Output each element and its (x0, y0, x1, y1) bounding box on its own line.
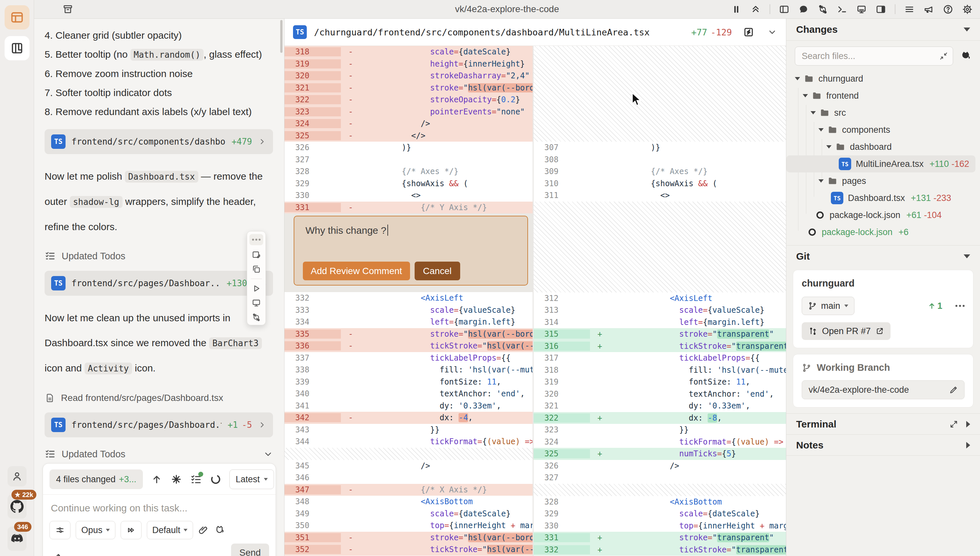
diff-line[interactable]: 338 fill: 'hsl(var(--muted (284, 364, 533, 376)
diff-line[interactable]: 317 tickLabelProps={{ (534, 352, 786, 364)
updated-todos-row[interactable]: Updated Todos (45, 251, 273, 262)
diff-line[interactable]: 334 left={margin.left} (284, 316, 533, 328)
diff-line[interactable]: 322+ dx: -8, (534, 412, 786, 424)
open-pr-button[interactable]: Open PR #7 (802, 322, 891, 340)
rail-kanban-button[interactable] (5, 36, 29, 60)
rail-workspace-active-button[interactable] (5, 5, 29, 29)
commits-ahead[interactable]: 1 (928, 301, 942, 311)
file-edit-chip[interactable]: TSfrontend/src/pages/Dashboar...+130-23 (45, 271, 273, 296)
fast-forward-button[interactable] (121, 521, 142, 539)
diff-line[interactable]: 352- tickStroke="hsl(var(--bo (284, 543, 533, 556)
diff-line[interactable]: 325- </> (284, 130, 533, 142)
diff-line[interactable]: 324 tickFormat={(value) => f (534, 436, 786, 448)
diff-line[interactable]: 328 <AxisBottom (534, 496, 786, 508)
diff-line[interactable]: 313 scale={valueScale} (534, 304, 786, 316)
pause-icon[interactable] (731, 4, 742, 15)
diff-line[interactable]: 341 dy: '0.33em', (284, 400, 533, 412)
diff-line[interactable]: 311 <> (534, 189, 786, 202)
expand-icon[interactable] (949, 420, 958, 429)
diff-line[interactable]: 339 fontSize: 11, (284, 376, 533, 388)
pen-icon[interactable] (52, 551, 63, 556)
rail-account-button[interactable] (8, 466, 27, 486)
diff-line[interactable]: 331+ stroke="transparent" (534, 532, 786, 544)
changes-section-header[interactable]: Changes (786, 19, 980, 40)
more-options-icon[interactable] (956, 305, 965, 307)
working-branch-input[interactable] (809, 385, 949, 395)
terminal-icon[interactable] (837, 4, 848, 15)
file-edit-chip[interactable]: TSfrontend/src/pages/Dashboard.tsx+1-5 (45, 412, 273, 437)
diff-line[interactable]: 340 textAnchor: 'end', (284, 388, 533, 400)
tree-item-dashboard-tsx[interactable]: TSDashboard.tsx+131-233 (786, 189, 980, 207)
files-changed-chip[interactable]: 4 files changed +3... (50, 469, 143, 489)
diff-line[interactable]: 343 }} (284, 424, 533, 436)
collapse-tree-icon[interactable] (939, 52, 948, 61)
diff-line[interactable]: 321 dy: '0.33em', (534, 400, 786, 412)
expand-triangle-icon[interactable] (826, 145, 831, 149)
cat-icon[interactable] (214, 525, 225, 536)
tree-item-churnguard[interactable]: churnguard (786, 70, 980, 87)
diff-line[interactable]: 332 <AxisLeft (284, 292, 533, 304)
diff-line[interactable]: 309 {/* Axes */} (534, 166, 786, 178)
edit-snapshot-icon[interactable] (251, 250, 261, 260)
edit-pencil-icon[interactable] (949, 385, 958, 395)
composer-input[interactable]: Continue working on this task... (43, 495, 276, 520)
diff-line[interactable]: 345 /> (284, 460, 533, 472)
diff-line[interactable]: 327 (534, 472, 786, 484)
notes-section-header[interactable]: Notes (786, 435, 980, 455)
tree-item-frontend[interactable]: frontend (786, 87, 980, 104)
diff-line[interactable]: 346 (284, 472, 533, 484)
expand-triangle-icon[interactable] (795, 77, 800, 80)
chevrons-up-icon[interactable] (750, 4, 761, 15)
diff-line[interactable]: 319 fontSize: 11, (534, 376, 786, 388)
expand-triangle-icon[interactable] (810, 111, 816, 115)
diff-line[interactable]: 316+ tickStroke="transparent" (534, 340, 786, 352)
model-dropdown[interactable]: Opus (76, 521, 115, 539)
diff-line[interactable]: 351- stroke="hsl(var(--border (284, 532, 533, 544)
git-compare-icon[interactable] (817, 4, 828, 15)
diff-line[interactable]: 333 scale={valueScale} (284, 304, 533, 316)
diff-line[interactable]: 315+ stroke="transparent" (534, 328, 786, 340)
cancel-button[interactable]: Cancel (415, 262, 460, 280)
version-dropdown[interactable]: Latest (229, 469, 274, 489)
play-icon[interactable] (251, 284, 261, 293)
monitor-icon[interactable] (856, 4, 867, 15)
panel-left-icon[interactable] (779, 4, 789, 15)
tree-item-package-lock-json[interactable]: package-lock.json+61-104 (786, 207, 980, 223)
monitor-icon[interactable] (251, 298, 261, 308)
diff-line[interactable]: 328 {/* Axes */} (284, 166, 533, 178)
diff-line[interactable]: 332+ tickStroke="transparent" (534, 544, 786, 556)
diff-line[interactable]: 314 left={margin.left} (534, 316, 786, 328)
tree-item-package-lock-json[interactable]: package-lock.json+6 (786, 223, 980, 241)
diff-line[interactable]: 308 (534, 154, 786, 166)
archive-icon[interactable] (62, 3, 73, 15)
chat-scrollbar-thumb[interactable] (280, 20, 283, 53)
tree-item-components[interactable]: components (786, 121, 980, 138)
attachment-paperclip-icon[interactable] (198, 525, 209, 535)
send-button[interactable]: Send (231, 543, 269, 556)
diff-line[interactable]: 336- tickStroke="hsl(var(--bo (284, 340, 533, 352)
diff-line[interactable]: 326 /> (534, 460, 786, 472)
mode-dropdown[interactable]: Default (147, 521, 194, 539)
review-comment-input[interactable]: Why this change ? (305, 225, 386, 236)
diff-line[interactable]: 320 textAnchor: 'end', (534, 388, 786, 400)
diff-line[interactable]: 335- stroke="hsl(var(--border (284, 328, 533, 340)
diff-line[interactable]: 348 <AxisBottom (284, 496, 533, 508)
change-view-icon[interactable] (743, 26, 754, 38)
cat-icon[interactable] (959, 50, 972, 63)
diff-line[interactable]: 322- strokeOpacity={0.2} (284, 94, 533, 106)
tree-item-src[interactable]: src (786, 104, 980, 121)
diff-line[interactable]: 310 {showAxis && ( (534, 178, 786, 190)
diff-line[interactable]: 323 }} (534, 424, 786, 436)
tree-item-pages[interactable]: pages (786, 173, 980, 189)
rail-discord-button[interactable]: 346 (8, 527, 27, 551)
git-section-header[interactable]: Git (786, 246, 980, 267)
diff-line[interactable]: 326 )} (284, 142, 533, 154)
expand-triangle-icon[interactable] (819, 128, 823, 131)
diff-line[interactable]: 323- pointerEvents="none" (284, 106, 533, 118)
diff-line[interactable]: 321- stroke="hsl(var(--border (284, 82, 533, 94)
diff-line[interactable]: 350 top={innerHeight + margi (284, 520, 533, 532)
read-file-row[interactable]: Read frontend/src/pages/Dashboard.tsx (45, 393, 273, 403)
copy-icon[interactable] (251, 264, 261, 274)
search-input[interactable] (798, 51, 939, 61)
diff-line[interactable]: 324- /> (284, 118, 533, 130)
